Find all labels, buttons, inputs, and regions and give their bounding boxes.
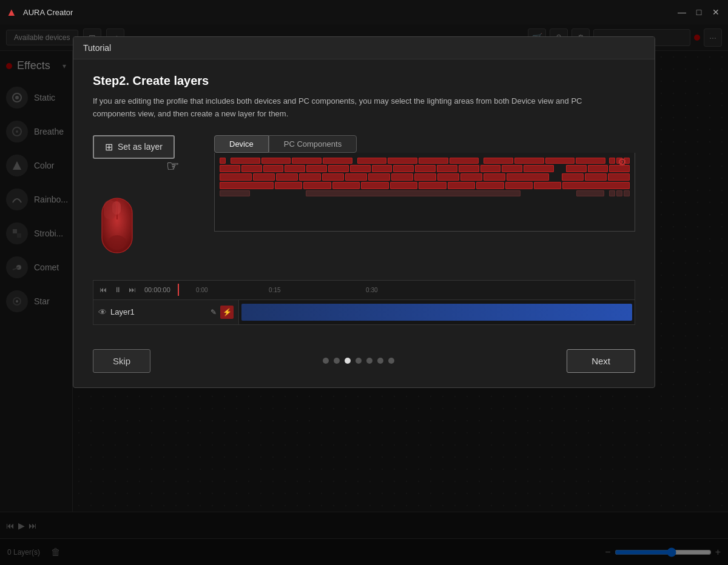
- svg-rect-12: [104, 200, 116, 219]
- playhead: [178, 284, 179, 296]
- tutorial-dialog: Tutorial Step2. Create layers If you are…: [73, 36, 655, 388]
- skip-button[interactable]: Skip: [93, 349, 150, 373]
- next-button[interactable]: Next: [567, 349, 635, 373]
- progress-dot-4: [356, 358, 362, 364]
- rog-logo: ⚙: [618, 156, 630, 169]
- demo-tab-bar: Device PC Components: [214, 135, 635, 153]
- dialog-timeline: ⏮ ⏸ ⏭ 00:00:00 0:00 0:15 0:30: [93, 280, 635, 325]
- keyboard-keys-area: [215, 153, 635, 199]
- timeline-controls-row: ⏮ ⏸ ⏭ 00:00:00 0:00 0:15 0:30: [93, 281, 635, 300]
- tutorial-step-title: Step2. Create layers: [93, 74, 635, 88]
- tutorial-step-desc: If you are editing the profile that incl…: [93, 95, 590, 121]
- cursor-hand-icon: ☞: [166, 158, 180, 175]
- keyboard-preview: ⚙: [214, 153, 635, 232]
- set-as-layer-label: Set as layer: [118, 142, 163, 152]
- tl-layer-controls: 👁 Layer1 ✎ ⚡: [93, 300, 239, 324]
- progress-dot-1: [323, 358, 329, 364]
- tl-skip-back-button[interactable]: ⏮: [98, 284, 108, 295]
- progress-dot-3: [345, 358, 351, 364]
- demo-tab-pc-components[interactable]: PC Components: [269, 135, 357, 153]
- tutorial-demo: ⊞ Set as layer ☞: [93, 135, 635, 268]
- progress-dot-7: [388, 358, 394, 364]
- tutorial-overlay: Tutorial Step2. Create layers If you are…: [0, 24, 728, 565]
- minimize-button[interactable]: —: [676, 6, 688, 18]
- keyboard-row-3: [220, 173, 630, 181]
- tl-layer-row: 👁 Layer1 ✎ ⚡: [93, 300, 635, 324]
- svg-point-13: [108, 235, 126, 250]
- tl-skip-fwd-button[interactable]: ⏭: [127, 284, 137, 295]
- demo-right: Device PC Components ⚙: [214, 135, 635, 268]
- tutorial-titlebar: Tutorial: [73, 37, 655, 59]
- tutorial-title: Tutorial: [83, 43, 111, 53]
- demo-tab-device[interactable]: Device: [214, 135, 269, 153]
- demo-left: ⊞ Set as layer ☞: [93, 135, 202, 268]
- keyboard-row-5: [220, 190, 630, 196]
- keyboard-row-1: [220, 158, 630, 164]
- tutorial-body: Step2. Create layers If you are editing …: [73, 59, 655, 339]
- keyboard-row-4: [220, 182, 630, 189]
- tl-layer-bar[interactable]: [241, 304, 632, 321]
- progress-dot-6: [377, 358, 383, 364]
- tl-mark-0: 0:00: [178, 287, 226, 293]
- tl-eye-icon[interactable]: 👁: [98, 307, 107, 317]
- tl-timestamp: 00:00:00: [142, 286, 173, 293]
- tl-mark-15: 0:15: [226, 287, 323, 293]
- progress-dot-2: [334, 358, 340, 364]
- progress-dot-5: [366, 358, 372, 364]
- mouse-svg: [93, 195, 141, 262]
- maximize-button[interactable]: □: [693, 6, 705, 18]
- window-controls: — □ ✕: [676, 6, 722, 18]
- set-as-layer-button[interactable]: ⊞ Set as layer ☞: [93, 135, 175, 159]
- tl-edit-icon[interactable]: ✎: [211, 308, 217, 316]
- app-title: AURA Creator: [23, 8, 676, 17]
- tl-mark-30: 0:30: [323, 287, 420, 293]
- close-button[interactable]: ✕: [710, 6, 722, 18]
- app-logo-icon: ▲: [6, 6, 18, 18]
- tl-pause-button[interactable]: ⏸: [113, 284, 123, 295]
- titlebar: ▲ AURA Creator — □ ✕: [0, 0, 728, 24]
- tl-fx-icon[interactable]: ⚡: [220, 306, 234, 319]
- keyboard-row-2: [220, 165, 630, 172]
- layers-icon: ⊞: [105, 141, 113, 153]
- progress-dots: [323, 358, 394, 364]
- tl-ruler-area: 0:00 0:15 0:30: [178, 284, 630, 296]
- tutorial-footer: Skip Next: [73, 339, 655, 387]
- demo-device-preview: [93, 195, 202, 268]
- tl-layer-name: Layer1: [110, 307, 207, 316]
